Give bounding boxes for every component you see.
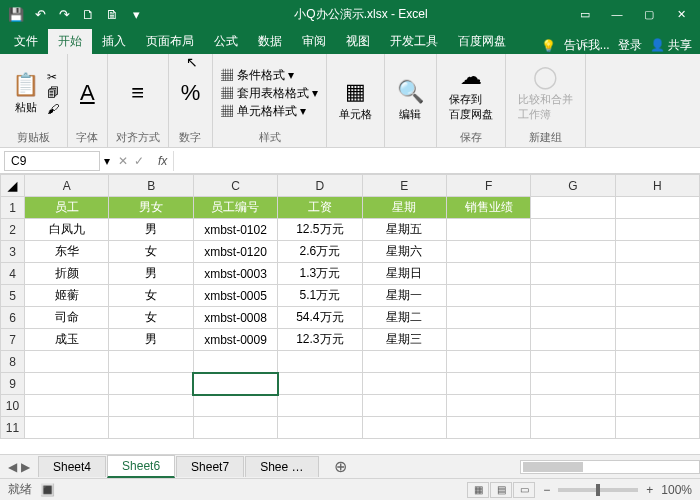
cell[interactable]: 男女	[109, 197, 193, 219]
cell[interactable]	[278, 417, 362, 439]
macro-record-icon[interactable]: 🔳	[40, 483, 55, 497]
cell[interactable]	[615, 329, 699, 351]
cut-icon[interactable]: ✂	[47, 70, 59, 84]
cell[interactable]	[615, 263, 699, 285]
view-pagebreak-icon[interactable]: ▭	[513, 482, 535, 498]
cell[interactable]	[615, 351, 699, 373]
cell[interactable]: 5.1万元	[278, 285, 362, 307]
ribbon-options-icon[interactable]: ▭	[570, 4, 600, 24]
cell[interactable]	[109, 395, 193, 417]
cell[interactable]	[531, 219, 615, 241]
zoom-in-icon[interactable]: +	[646, 483, 653, 497]
save-icon[interactable]: 💾	[6, 4, 26, 24]
view-layout-icon[interactable]: ▤	[490, 482, 512, 498]
cell[interactable]: 星期六	[362, 241, 446, 263]
sheet-nav-prev-icon[interactable]: ◀	[8, 460, 17, 474]
cell[interactable]	[109, 373, 193, 395]
cell[interactable]	[531, 263, 615, 285]
cell[interactable]: 女	[109, 285, 193, 307]
horizontal-scrollbar[interactable]	[520, 460, 700, 474]
cell[interactable]	[278, 351, 362, 373]
cell[interactable]	[193, 395, 277, 417]
font-button[interactable]: A	[76, 78, 99, 108]
col-header[interactable]: C	[193, 175, 277, 197]
cell[interactable]	[531, 351, 615, 373]
row-header[interactable]: 4	[1, 263, 25, 285]
cell[interactable]: 星期一	[362, 285, 446, 307]
share-button[interactable]: 👤 共享	[650, 37, 692, 54]
cell[interactable]: 男	[109, 219, 193, 241]
cell[interactable]	[615, 373, 699, 395]
number-button[interactable]: %	[177, 78, 205, 108]
cell[interactable]	[25, 373, 109, 395]
cell[interactable]	[531, 395, 615, 417]
cell[interactable]	[446, 351, 530, 373]
row-header[interactable]: 5	[1, 285, 25, 307]
cell[interactable]: 星期	[362, 197, 446, 219]
active-cell[interactable]	[193, 373, 277, 395]
col-header[interactable]: H	[615, 175, 699, 197]
cell[interactable]	[446, 373, 530, 395]
maximize-icon[interactable]: ▢	[634, 4, 664, 24]
cell[interactable]	[446, 219, 530, 241]
undo-icon[interactable]: ↶	[30, 4, 50, 24]
sheet-nav-next-icon[interactable]: ▶	[21, 460, 30, 474]
cell[interactable]: 1.3万元	[278, 263, 362, 285]
tab-insert[interactable]: 插入	[92, 29, 136, 54]
cell[interactable]: 星期日	[362, 263, 446, 285]
edit-button[interactable]: 🔍编辑	[393, 77, 428, 124]
row-header[interactable]: 11	[1, 417, 25, 439]
col-header[interactable]: D	[278, 175, 362, 197]
cell[interactable]: 员工	[25, 197, 109, 219]
paste-button[interactable]: 📋粘贴	[8, 70, 43, 117]
cell[interactable]	[615, 219, 699, 241]
cell[interactable]	[446, 307, 530, 329]
preview-icon[interactable]: 🗎	[102, 4, 122, 24]
cell[interactable]	[278, 373, 362, 395]
cell[interactable]: 男	[109, 263, 193, 285]
cell[interactable]	[615, 417, 699, 439]
cell[interactable]	[446, 329, 530, 351]
cell[interactable]: 司命	[25, 307, 109, 329]
cell[interactable]: xmbst-0009	[193, 329, 277, 351]
cell[interactable]	[362, 351, 446, 373]
cond-format-button[interactable]: ▦ 条件格式 ▾	[221, 67, 318, 84]
cell[interactable]: xmbst-0003	[193, 263, 277, 285]
cell[interactable]	[615, 307, 699, 329]
cancel-formula-icon[interactable]: ✕	[118, 154, 128, 168]
cell[interactable]	[615, 285, 699, 307]
compare-merge-button[interactable]: ◯比较和合并 工作簿	[514, 62, 577, 124]
cell[interactable]	[615, 241, 699, 263]
fx-icon[interactable]: fx	[152, 154, 173, 168]
qat-more-icon[interactable]: ▾	[126, 4, 146, 24]
sheet-tab-active[interactable]: Sheet6	[107, 455, 175, 478]
cell[interactable]: 12.5万元	[278, 219, 362, 241]
row-header[interactable]: 3	[1, 241, 25, 263]
zoom-slider[interactable]	[558, 488, 638, 492]
save-baidu-button[interactable]: ☁保存到 百度网盘	[445, 62, 497, 124]
row-header[interactable]: 10	[1, 395, 25, 417]
add-sheet-button[interactable]: ⊕	[320, 454, 361, 479]
tab-layout[interactable]: 页面布局	[136, 29, 204, 54]
row-header[interactable]: 2	[1, 219, 25, 241]
cell[interactable]	[531, 307, 615, 329]
cell[interactable]	[109, 351, 193, 373]
formula-input[interactable]	[173, 151, 700, 171]
cell[interactable]	[25, 417, 109, 439]
tab-baidu[interactable]: 百度网盘	[448, 29, 516, 54]
row-header[interactable]: 7	[1, 329, 25, 351]
close-icon[interactable]: ✕	[666, 4, 696, 24]
col-header[interactable]: F	[446, 175, 530, 197]
sheet-tab[interactable]: Sheet4	[38, 456, 106, 477]
col-header[interactable]: A	[25, 175, 109, 197]
cell[interactable]	[531, 373, 615, 395]
row-header[interactable]: 1	[1, 197, 25, 219]
align-button[interactable]: ≡	[127, 78, 148, 108]
zoom-out-icon[interactable]: −	[543, 483, 550, 497]
cell[interactable]	[362, 395, 446, 417]
cell[interactable]: 白凤九	[25, 219, 109, 241]
cell-style-button[interactable]: ▦ 单元格样式 ▾	[221, 103, 318, 120]
cell[interactable]	[531, 285, 615, 307]
cell[interactable]	[531, 241, 615, 263]
cell[interactable]	[193, 351, 277, 373]
